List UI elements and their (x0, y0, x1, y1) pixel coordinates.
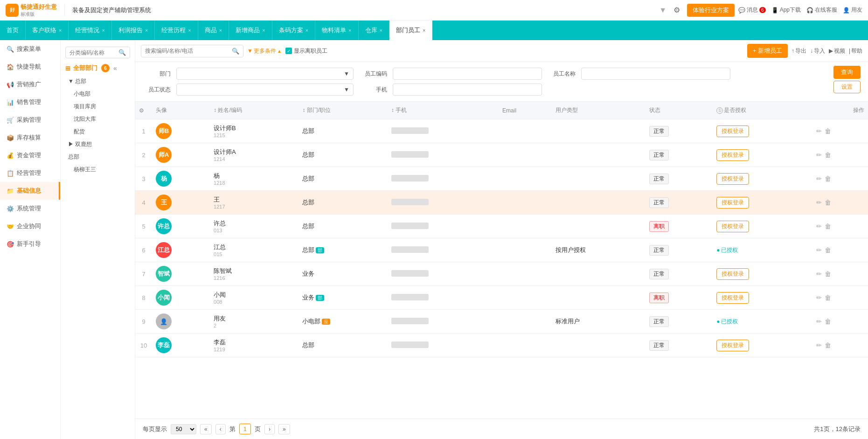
dept-all[interactable]: ⊞ 全部部门 6 « (61, 61, 135, 75)
edit-icon[interactable]: ✏ (816, 223, 822, 230)
edit-icon[interactable]: ✏ (816, 175, 822, 182)
prev-page-btn[interactable]: ‹ (215, 424, 226, 434)
sidebar-item-operation[interactable]: 📋 经营管理 (0, 164, 60, 182)
auth-login-button[interactable]: 授权登录 (716, 268, 749, 280)
tab-employees[interactable]: 部门员工 × (389, 21, 432, 40)
sidebar-item-collab[interactable]: 🤝 企业协同 (0, 217, 60, 235)
edit-icon[interactable]: ✏ (816, 127, 822, 135)
edit-icon[interactable]: ✏ (816, 151, 822, 159)
delete-icon[interactable]: 🗑 (825, 318, 831, 325)
dept-search-input[interactable] (69, 49, 117, 56)
edit-icon[interactable]: ✏ (816, 246, 822, 254)
dept-filter-select[interactable]: ▼ (176, 68, 354, 80)
delete-icon[interactable]: 🗑 (825, 199, 831, 206)
message-btn[interactable]: 💬 消息 6 (738, 6, 766, 14)
settings-gear-icon[interactable]: ⚙ (670, 4, 683, 17)
dept-item-shuanglu[interactable]: ▶ 双鹿想 (61, 138, 135, 151)
dept-search-icon[interactable]: 🔍 (118, 49, 126, 56)
delete-icon[interactable]: 🗑 (825, 341, 831, 349)
help-btn[interactable]: | 帮助 (849, 47, 862, 55)
delete-icon[interactable]: 🗑 (825, 127, 831, 135)
sidebar-item-quicknav[interactable]: 🏠 快捷导航 (0, 58, 60, 76)
tab-warehouse[interactable]: 仓库 × (359, 21, 389, 40)
col-name[interactable]: ↕ 姓名/编码 (210, 102, 299, 119)
phone-filter-input[interactable] (393, 84, 542, 96)
tab-home[interactable]: 首页 (0, 21, 26, 40)
edit-icon[interactable]: ✏ (816, 294, 822, 301)
content-area: 🔍 ▼ 更多条件 ▲ ✓ 显示离职员工 + 新增员工 ↑ 导出 ↓ 导入 (135, 40, 868, 439)
auth-login-button[interactable]: 授权登录 (716, 292, 749, 304)
search-icon[interactable]: 🔍 (232, 48, 239, 55)
dept-collapse-btn[interactable]: « (113, 64, 117, 72)
sidebar-item-system[interactable]: ⚙️ 系统管理 (0, 200, 60, 217)
edit-icon[interactable]: ✏ (816, 270, 822, 278)
dept-item-kufen[interactable]: 项目库房 (61, 100, 135, 113)
auth-info-icon[interactable]: ① (716, 107, 723, 114)
dept-item-peihuo[interactable]: 配货 (61, 125, 135, 138)
dept-item-xiaodibu[interactable]: 小电部 (61, 88, 135, 100)
auth-login-button[interactable]: 授权登录 (716, 221, 749, 232)
delete-icon[interactable]: 🗑 (825, 270, 831, 278)
show-resigned-toggle[interactable]: ✓ 显示离职员工 (285, 47, 327, 55)
sidebar-item-basic[interactable]: 📁 基础信息 (0, 182, 60, 200)
sidebar-item-marketing[interactable]: 📢 营销推广 (0, 76, 60, 93)
auth-login-button[interactable]: 授权登录 (716, 173, 749, 185)
sidebar-item-inventory[interactable]: 📦 库存核算 (0, 129, 60, 146)
delete-icon[interactable]: 🗑 (825, 175, 831, 182)
dept-search-area: 🔍 (61, 44, 135, 61)
sidebar-item-search[interactable]: 🔍 搜索菜单 (0, 40, 60, 58)
import-btn[interactable]: ↓ 导入 (810, 47, 825, 55)
auth-login-button[interactable]: 授权登录 (716, 340, 749, 351)
auth-login-button[interactable]: 授权登录 (716, 125, 749, 137)
tab-journey[interactable]: 经营历程 × (155, 21, 198, 40)
delete-icon[interactable]: 🗑 (825, 151, 831, 159)
edit-icon[interactable]: ✏ (816, 318, 822, 325)
delete-icon[interactable]: 🗑 (825, 223, 831, 230)
dept-item-zongbu[interactable]: 总部 (61, 151, 135, 163)
reset-button[interactable]: 设置 (833, 81, 861, 93)
col-phone[interactable]: ↕ 手机 (388, 102, 499, 119)
dept-item-shenyang[interactable]: 沈阳大库 (61, 113, 135, 125)
delete-icon[interactable]: 🗑 (825, 294, 831, 301)
tab-profit[interactable]: 利润报告 × (112, 21, 155, 40)
app-download-btn[interactable]: 📱 App下载 (771, 6, 801, 14)
dept-item-headquarters-group[interactable]: ▼ 总部 (61, 75, 135, 88)
emp-name-filter-input[interactable] (581, 68, 730, 80)
tab-customer[interactable]: 客户联络 × (26, 21, 69, 40)
online-service-btn[interactable]: 🎧 在线客服 (806, 6, 837, 14)
tab-goods[interactable]: 商品 × (198, 21, 229, 40)
sidebar-item-purchase[interactable]: 🛒 采购管理 (0, 111, 60, 129)
tab-bom[interactable]: 物料清单 × (315, 21, 358, 40)
auth-login-button[interactable]: 授权登录 (716, 149, 749, 161)
first-page-btn[interactable]: « (200, 424, 212, 434)
trial-button[interactable]: 体验行业方案 (687, 4, 735, 17)
last-page-btn[interactable]: » (278, 424, 290, 434)
emp-status-filter-select[interactable]: ▼ (176, 84, 354, 96)
dept-search-box[interactable]: 🔍 (65, 47, 130, 58)
sidebar-item-guide[interactable]: 🎯 新手引导 (0, 235, 60, 253)
view-btn[interactable]: ▶ 视频 (829, 47, 845, 55)
query-button[interactable]: 查询 (833, 66, 861, 79)
search-input[interactable] (145, 48, 230, 54)
sidebar-item-finance[interactable]: 💰 资金管理 (0, 146, 60, 164)
col-dept[interactable]: ↕ 部门/职位 (299, 102, 387, 119)
user-btn[interactable]: 👤 用友 (843, 6, 862, 14)
auth-login-button[interactable]: 授权登录 (716, 197, 749, 209)
delete-icon[interactable]: 🗑 (825, 246, 831, 254)
tab-add-goods[interactable]: 新增商品 × (229, 21, 272, 40)
col-settings[interactable]: ⚙ (135, 102, 152, 119)
emp-code-filter-input[interactable] (393, 68, 542, 80)
edit-icon[interactable]: ✏ (816, 199, 822, 206)
tab-operation[interactable]: 经营情况 × (69, 21, 111, 40)
export-btn[interactable]: ↑ 导出 (792, 47, 806, 55)
per-page-select[interactable]: 50 20 100 (171, 424, 196, 434)
sidebar-item-sales[interactable]: 📊 销售管理 (0, 93, 60, 111)
edit-icon[interactable]: ✏ (816, 341, 822, 349)
tab-barcode[interactable]: 条码方案 × (272, 21, 315, 40)
add-employee-button[interactable]: + 新增员工 (747, 44, 788, 58)
next-page-btn[interactable]: › (264, 424, 275, 434)
dropdown-arrow[interactable]: ▼ (659, 6, 667, 14)
more-conditions-btn[interactable]: ▼ 更多条件 ▲ (247, 47, 282, 55)
dept-item-yangwang[interactable]: 杨柳王三 (61, 163, 135, 176)
search-box[interactable]: 🔍 (141, 45, 243, 57)
